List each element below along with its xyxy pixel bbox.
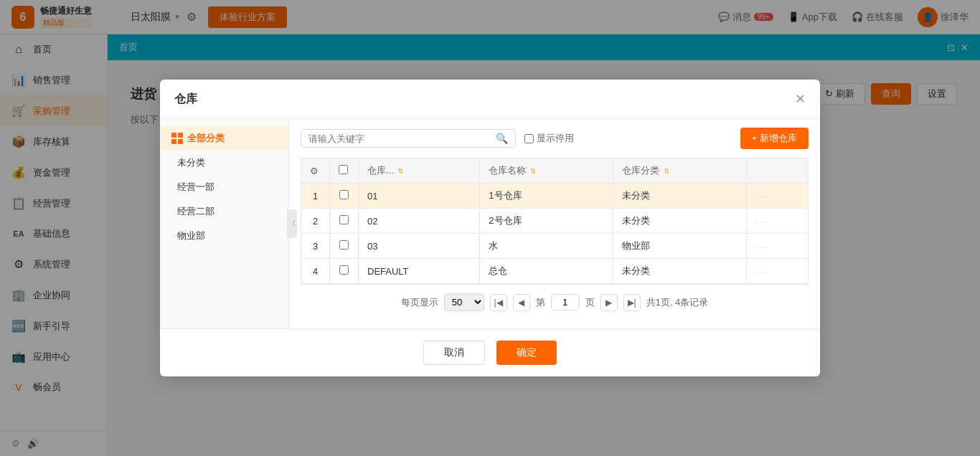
- table-toolbar: 🔍 显示停用 + 新增仓库: [301, 128, 809, 149]
- svg-rect-3: [178, 139, 183, 144]
- row-more-icon[interactable]: ···: [755, 266, 768, 277]
- modal-overlay: 仓库 ✕ 全部分类 未分类: [0, 0, 980, 456]
- row-actions[interactable]: ···: [747, 184, 809, 209]
- pagination: 每页显示 10 20 50 100 |◀ ◀ 第 页 ▶: [301, 284, 809, 320]
- search-icon: 🔍: [496, 133, 508, 144]
- row-name: 1号仓库: [480, 184, 613, 209]
- table-row[interactable]: 3 03 水 物业部 ···: [301, 234, 809, 259]
- row-num: 2: [301, 209, 330, 234]
- th-name: 仓库名称 ⇅: [480, 158, 613, 184]
- page-label: 第: [536, 296, 545, 309]
- sort-category-icon[interactable]: ⇅: [664, 167, 669, 175]
- row-code: 02: [359, 209, 480, 234]
- th-settings[interactable]: ⚙: [301, 158, 330, 184]
- per-page-select[interactable]: 10 20 50 100: [444, 293, 484, 311]
- table-body: 1 01 1号仓库 未分类 ··· 2 02 2: [301, 184, 809, 284]
- page-first-btn[interactable]: |◀: [490, 294, 507, 311]
- cat-collapse-btn[interactable]: 《: [287, 209, 297, 238]
- category-panel: 全部分类 未分类 经营一部 经营二部 物业部 《: [160, 119, 289, 328]
- th-code: 仓库... ⇅: [359, 158, 480, 184]
- cat-item-2[interactable]: 经营二部: [160, 199, 288, 224]
- cat-item-3[interactable]: 物业部: [160, 224, 288, 248]
- row-num: 3: [301, 234, 330, 259]
- svg-rect-2: [171, 139, 176, 144]
- show-disabled-label[interactable]: 显示停用: [524, 132, 574, 145]
- sort-name-icon[interactable]: ⇅: [530, 167, 536, 175]
- page-prev-btn[interactable]: ◀: [513, 294, 530, 311]
- row-category: 物业部: [613, 234, 747, 259]
- show-disabled-text: 显示停用: [537, 132, 574, 145]
- row-checkbox-2[interactable]: [339, 215, 349, 224]
- confirm-btn[interactable]: 确定: [496, 341, 557, 365]
- row-check[interactable]: [330, 259, 359, 284]
- row-category: 未分类: [613, 259, 747, 284]
- modal-title: 仓库: [174, 92, 197, 107]
- row-code: DEFAULT: [359, 259, 480, 284]
- grid-icon: [171, 133, 183, 144]
- row-check[interactable]: [330, 209, 359, 234]
- cat-item-1[interactable]: 经营一部: [160, 175, 288, 199]
- row-more-icon[interactable]: ···: [755, 191, 768, 201]
- row-more-icon[interactable]: ···: [755, 216, 768, 227]
- cat-item-0[interactable]: 未分类: [160, 151, 288, 175]
- th-category-label: 仓库分类: [622, 165, 659, 176]
- warehouse-modal: 仓库 ✕ 全部分类 未分类: [160, 80, 820, 376]
- warehouse-table: ⚙ 仓库... ⇅ 仓库名称 ⇅: [301, 158, 809, 284]
- row-name: 水: [480, 234, 613, 259]
- svg-rect-0: [171, 133, 176, 138]
- row-more-icon[interactable]: ···: [755, 241, 768, 252]
- page-unit: 页: [585, 296, 595, 309]
- table-head: ⚙ 仓库... ⇅ 仓库名称 ⇅: [301, 158, 809, 184]
- th-category: 仓库分类 ⇅: [613, 158, 747, 184]
- table-row[interactable]: 2 02 2号仓库 未分类 ···: [301, 209, 809, 234]
- modal-close-btn[interactable]: ✕: [795, 91, 806, 107]
- modal-header: 仓库 ✕: [160, 80, 820, 119]
- cat-all-label: 全部分类: [187, 132, 225, 145]
- row-name: 2号仓库: [480, 209, 613, 234]
- modal-footer: 取消 确定: [160, 328, 820, 376]
- show-disabled-checkbox[interactable]: [524, 134, 534, 143]
- per-page-label: 每页显示: [401, 296, 438, 309]
- row-name: 总仓: [480, 259, 613, 284]
- row-code: 01: [359, 184, 480, 209]
- row-actions[interactable]: ···: [747, 234, 809, 259]
- page-summary: 共1页, 4条记录: [646, 296, 709, 309]
- svg-rect-1: [178, 133, 183, 138]
- row-num: 1: [301, 184, 330, 209]
- cancel-btn[interactable]: 取消: [423, 341, 485, 365]
- row-checkbox-3[interactable]: [339, 240, 349, 250]
- row-check[interactable]: [330, 234, 359, 259]
- add-warehouse-btn[interactable]: + 新增仓库: [740, 128, 809, 149]
- search-box: 🔍: [301, 129, 516, 148]
- row-code: 03: [359, 234, 480, 259]
- row-category: 未分类: [613, 209, 747, 234]
- table-row[interactable]: 4 DEFAULT 总仓 未分类 ···: [301, 259, 809, 284]
- row-num: 4: [301, 259, 330, 284]
- row-actions[interactable]: ···: [747, 259, 809, 284]
- row-category: 未分类: [613, 184, 747, 209]
- table-row[interactable]: 1 01 1号仓库 未分类 ···: [301, 184, 809, 209]
- search-input[interactable]: [308, 133, 491, 144]
- modal-body: 全部分类 未分类 经营一部 经营二部 物业部 《 🔍: [160, 119, 820, 328]
- sort-code-icon[interactable]: ⇅: [397, 167, 403, 175]
- row-checkbox-1[interactable]: [339, 190, 349, 199]
- per-page-select-area: 10 20 50 100: [444, 293, 484, 311]
- row-actions[interactable]: ···: [747, 209, 809, 234]
- cat-all-item[interactable]: 全部分类: [160, 126, 288, 151]
- th-checkbox: [330, 158, 359, 184]
- table-container: ⚙ 仓库... ⇅ 仓库名称 ⇅: [301, 158, 809, 284]
- th-actions: [747, 158, 809, 184]
- row-checkbox-4[interactable]: [339, 265, 349, 275]
- page-last-btn[interactable]: ▶|: [623, 294, 641, 311]
- page-input[interactable]: [551, 294, 580, 310]
- page-next-btn[interactable]: ▶: [600, 294, 618, 311]
- row-check[interactable]: [330, 184, 359, 209]
- select-all-checkbox[interactable]: [339, 165, 348, 174]
- th-name-label: 仓库名称: [489, 165, 526, 176]
- th-code-label: 仓库...: [367, 165, 394, 176]
- table-panel: 🔍 显示停用 + 新增仓库 ⚙: [289, 119, 820, 328]
